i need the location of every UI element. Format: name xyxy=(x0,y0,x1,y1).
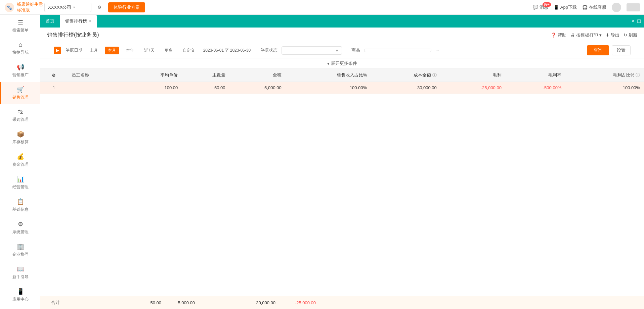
help-btn[interactable]: ❓ 帮助 xyxy=(551,32,566,38)
expand-label: 展开更多条件 xyxy=(331,60,357,66)
search-menu-icon: ☰ xyxy=(18,19,23,26)
sidebar-item-operations[interactable]: 📊 经营管理 xyxy=(0,171,40,194)
sales-ranking-table: ⚙ 员工名称 平均单价 主数量 全额 销售收入占比% 成本全额 ⓘ 毛利 xyxy=(40,69,644,94)
col-gross-margin: 毛利率 xyxy=(506,69,566,82)
expand-more-row: ▾ 展开更多条件 xyxy=(40,58,644,69)
user-name-display xyxy=(627,3,640,11)
filter-row: ▶ 单据日期 上月 本月 本年 近7天 更多 自定义 2023-06-01 至 … xyxy=(47,43,637,58)
col-amount: 全额 xyxy=(229,69,286,82)
sidebar-item-purchase[interactable]: 🛍 采购管理 xyxy=(0,104,40,126)
expand-more-btn[interactable]: ▾ 展开更多条件 xyxy=(327,60,357,66)
logo-icon: 🐾 xyxy=(4,2,15,13)
system-icon: ⚙ xyxy=(18,220,23,228)
sidebar-item-finance[interactable]: 💰 资金管理 xyxy=(0,149,40,171)
guide-icon: 📖 xyxy=(17,265,24,273)
footer-gross-profit: -25,000.00 xyxy=(280,300,320,305)
cell-gross-margin: -500.00% xyxy=(506,82,566,94)
help-label: 帮助 xyxy=(558,32,566,38)
content-area: 首页 销售排行榜 × × □ 销售排行榜(按业务员) ❓ 帮助 xyxy=(40,15,644,309)
table-footer: 合计 50.00 5,000.00 30,000.00 -25,000.00 xyxy=(40,296,644,309)
sidebar-item-sales[interactable]: 🛒 销售管理 xyxy=(0,82,40,104)
headset-icon: 🎧 xyxy=(582,5,588,10)
top-bar: 🐾 畅康通好生意 标准版 XXXXX公司 ▾ ⚙ 体验行业方案 💬 消息 99+… xyxy=(0,0,644,15)
cell-cost-amount: 30,000.00 xyxy=(371,82,441,94)
more-filters-btn[interactable]: ··· xyxy=(435,48,439,53)
tab-home-label: 首页 xyxy=(46,18,54,24)
sidebar-item-enterprise[interactable]: 🏢 企业协同 xyxy=(0,239,40,261)
print-btn[interactable]: 🖨 按模板打印 ▾ xyxy=(570,32,602,38)
current-year-btn[interactable]: 本年 xyxy=(123,47,137,54)
app-download-btn[interactable]: 📱 App下载 xyxy=(554,4,577,10)
online-service-btn[interactable]: 🎧 在线客服 xyxy=(582,4,606,10)
company-selector[interactable]: XXXXX公司 ▾ xyxy=(44,3,91,12)
date-filter-label: 单据日期 xyxy=(65,47,83,53)
goods-filter-input[interactable] xyxy=(364,49,431,52)
tab-close-icon[interactable]: × xyxy=(89,19,91,23)
gross-pct-info-icon[interactable]: ⓘ xyxy=(636,72,640,78)
date-range-display: 2023-06-01 至 2023-06-30 xyxy=(203,48,251,53)
sidebar-item-guide[interactable]: 📖 新手引导 xyxy=(0,261,40,284)
message-badge: 99+ xyxy=(543,2,551,7)
help-icon: ❓ xyxy=(551,33,556,38)
message-btn[interactable]: 💬 消息 99+ xyxy=(533,4,548,10)
sidebar-label-sales: 销售管理 xyxy=(12,95,29,100)
sidebar-item-search[interactable]: ☰ 搜索菜单 xyxy=(0,15,40,37)
refresh-btn[interactable]: ↻ 刷新 xyxy=(624,32,637,38)
sidebar-label-quicknav: 快捷导航 xyxy=(12,50,29,55)
sidebar-item-quicknav[interactable]: ⌂ 快捷导航 xyxy=(0,37,40,59)
tab-home[interactable]: 首页 xyxy=(40,15,60,28)
settings-icon-btn[interactable]: ⚙ xyxy=(94,2,105,13)
enterprise-icon: 🏢 xyxy=(17,243,24,250)
sidebar-item-apps[interactable]: 📱 应用中心 xyxy=(0,284,40,306)
table-container: ⚙ 员工名称 平均单价 主数量 全额 销售收入占比% 成本全额 ⓘ 毛利 xyxy=(40,69,644,296)
app-download-label: App下载 xyxy=(560,4,577,10)
tab-maximize-btn[interactable]: □ xyxy=(637,18,641,24)
inventory-icon: 📦 xyxy=(17,131,24,138)
footer-values: 50.00 5,000.00 30,000.00 -25,000.00 xyxy=(98,300,640,305)
cell-rank: 1 xyxy=(40,82,68,94)
cell-gross-profit-pct: 100.00% xyxy=(565,82,644,94)
tab-close-btn[interactable]: × xyxy=(632,18,635,24)
sidebar-item-marketing[interactable]: 📢 营销推广 xyxy=(0,59,40,82)
chevron-down-icon: ▾ xyxy=(73,5,75,9)
cost-amount-info-icon[interactable]: ⓘ xyxy=(432,72,437,78)
footer-label: 合计 xyxy=(44,300,98,306)
trial-button[interactable]: 体验行业方案 xyxy=(108,2,145,12)
current-month-btn[interactable]: 本月 xyxy=(105,47,119,54)
status-filter-select[interactable]: ▾ xyxy=(282,46,342,55)
last-month-btn[interactable]: 上月 xyxy=(87,47,101,54)
table-row: 1 100.00 50.00 5,000.00 100.00% 30,000.0… xyxy=(40,82,644,94)
message-icon: 💬 xyxy=(533,5,538,10)
sidebar-label-marketing: 营销推广 xyxy=(12,72,29,78)
purchase-icon: 🛍 xyxy=(17,108,24,115)
settings-button[interactable]: 设置 xyxy=(612,45,631,55)
last7days-btn[interactable]: 近7天 xyxy=(141,47,158,54)
tab-sales-ranking[interactable]: 销售排行榜 × xyxy=(60,15,97,28)
col-name: 员工名称 xyxy=(68,69,125,82)
filter-expand-arrow[interactable]: ▶ xyxy=(54,47,61,54)
more-date-btn[interactable]: 更多 xyxy=(162,47,176,54)
finance-icon: 💰 xyxy=(17,153,24,160)
page-header: 销售排行榜(按业务员) ❓ 帮助 🖨 按模板打印 ▾ ⬇ xyxy=(40,28,644,58)
query-button[interactable]: 查询 xyxy=(587,45,609,55)
avatar[interactable] xyxy=(612,3,621,12)
settings-col-icon[interactable]: ⚙ xyxy=(52,73,56,78)
svg-text:🐾: 🐾 xyxy=(7,5,12,10)
sidebar-item-system[interactable]: ⚙ 系统管理 xyxy=(0,216,40,239)
export-btn[interactable]: ⬇ 导出 xyxy=(606,32,619,38)
export-icon: ⬇ xyxy=(606,33,609,38)
col-gross-profit: 毛利 xyxy=(441,69,506,82)
logo-area: 🐾 畅康通好生意 标准版 xyxy=(4,2,44,13)
sidebar-label-operations: 经营管理 xyxy=(12,184,29,190)
sidebar-item-inventory[interactable]: 📦 库存核算 xyxy=(0,126,40,149)
col-main-qty: 主数量 xyxy=(182,69,229,82)
custom-date-btn[interactable]: 自定义 xyxy=(180,47,198,54)
cell-amount: 5,000.00 xyxy=(229,82,286,94)
table-header: ⚙ 员工名称 平均单价 主数量 全额 销售收入占比% 成本全额 ⓘ 毛利 xyxy=(40,69,644,82)
tab-sales-ranking-label: 销售排行榜 xyxy=(65,18,87,24)
online-service-label: 在线客服 xyxy=(589,4,606,10)
sidebar-item-wechat[interactable]: 💬 企业微信 xyxy=(0,306,40,309)
print-icon: 🖨 xyxy=(570,33,575,38)
sidebar-item-basic[interactable]: 📋 基础信息 xyxy=(0,194,40,216)
sidebar-label-system: 系统管理 xyxy=(12,229,29,235)
